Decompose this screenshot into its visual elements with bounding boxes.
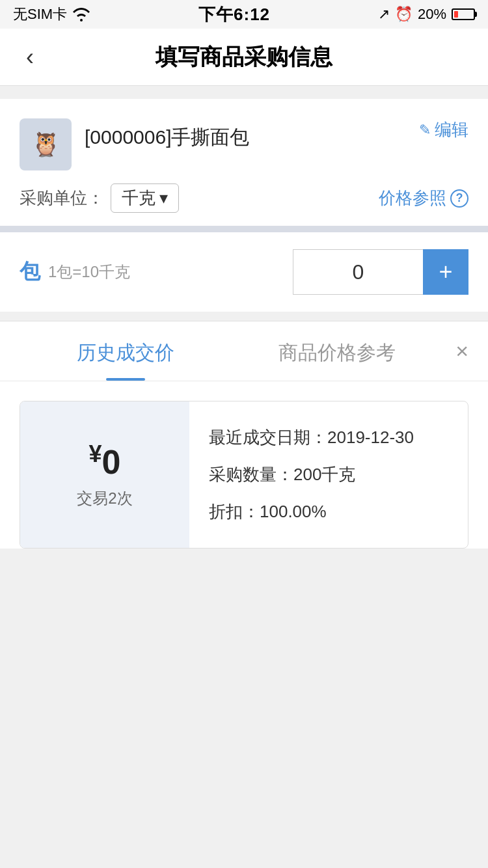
unit-value: 千克 — [122, 187, 156, 210]
tab-history-price[interactable]: 历史成交价 — [20, 321, 231, 381]
bag-label: 包 — [20, 258, 40, 286]
close-button[interactable]: × — [442, 332, 468, 370]
nav-bar: ‹ 填写商品采购信息 — [0, 29, 488, 86]
page-title: 填写商品采购信息 — [156, 42, 332, 72]
main-background — [0, 568, 488, 868]
status-bar: 无SIM卡 下午6:12 ↗ ⏰ 20% — [0, 0, 488, 29]
unit-bag-info: 包 1包=10千克 — [20, 258, 130, 286]
recent-date-line: 最近成交日期：2019-12-30 — [209, 425, 448, 450]
tab2-label: 商品价格参考 — [278, 342, 396, 363]
plus-button[interactable]: + — [423, 249, 468, 295]
section-divider — [0, 226, 488, 232]
history-price-left: ¥0 交易2次 — [20, 401, 189, 548]
quantity-input-group: 0 + — [293, 249, 468, 295]
quantity-value: 0 — [353, 260, 364, 284]
quantity-display[interactable]: 0 — [293, 249, 423, 295]
wifi-icon — [72, 7, 90, 21]
unit-select[interactable]: 千克 ▾ — [111, 183, 179, 213]
unit-arrow-icon: ▾ — [159, 188, 168, 208]
tab1-label: 历史成交价 — [77, 342, 174, 363]
bag-conversion: 1包=10千克 — [48, 262, 130, 282]
product-image-placeholder: 🦉 — [31, 131, 61, 158]
bottom-panel: 历史成交价 商品价格参考 × ¥0 交易2次 最近成交日期：2019-12-30… — [0, 321, 488, 549]
back-button[interactable]: ‹ — [20, 37, 40, 77]
status-time: 下午6:12 — [198, 3, 270, 26]
product-footer: 采购单位： 千克 ▾ 价格参照 ? — [20, 183, 468, 213]
price-ref-button[interactable]: 价格参照 ? — [379, 187, 468, 210]
price-display: ¥0 — [89, 441, 121, 481]
plus-icon: + — [439, 258, 452, 286]
carrier-text: 无SIM卡 — [13, 5, 67, 24]
product-name: [0000006]手撕面包 — [85, 118, 249, 151]
history-price-right: 最近成交日期：2019-12-30 采购数量：200千克 折扣：100.00% — [189, 401, 468, 548]
edit-label: 编辑 — [435, 118, 468, 141]
price-value: 0 — [102, 443, 121, 481]
quantity-row: 包 1包=10千克 0 + — [0, 232, 488, 312]
product-header: 🦉 [0000006]手撕面包 ✎ 编辑 — [20, 118, 468, 170]
unit-row: 采购单位： 千克 ▾ — [20, 183, 179, 213]
tab-active-indicator — [106, 378, 145, 381]
price-ref-label: 价格参照 — [379, 187, 446, 210]
edit-icon: ✎ — [419, 122, 431, 139]
recent-date-label: 最近成交日期： — [209, 427, 327, 447]
trade-count: 交易2次 — [77, 488, 132, 509]
edit-button[interactable]: ✎ 编辑 — [419, 118, 468, 141]
purchase-qty-line: 采购数量：200千克 — [209, 462, 448, 487]
battery-percent: 20% — [418, 6, 446, 23]
alarm-icon: ⏰ — [395, 6, 413, 23]
tabs-row: 历史成交价 商品价格参考 × — [0, 321, 488, 381]
recent-date-value: 2019-12-30 — [327, 427, 414, 447]
discount-label: 折扣： — [209, 502, 260, 521]
unit-label: 采购单位： — [20, 187, 104, 210]
status-right: ↗ ⏰ 20% — [378, 6, 475, 23]
discount-line: 折扣：100.00% — [209, 499, 448, 524]
status-left: 无SIM卡 — [13, 5, 90, 24]
battery-icon — [452, 8, 475, 20]
product-thumbnail: 🦉 — [20, 118, 72, 170]
purchase-qty-value: 200千克 — [293, 465, 355, 484]
purchase-qty-label: 采购数量： — [209, 465, 293, 484]
tab-product-price-ref[interactable]: 商品价格参考 — [231, 321, 442, 381]
location-icon: ↗ — [378, 6, 390, 23]
product-card: 🦉 [0000006]手撕面包 ✎ 编辑 采购单位： 千克 ▾ 价格参照 ? — [0, 99, 488, 226]
help-icon: ? — [450, 189, 468, 208]
history-price-card: ¥0 交易2次 最近成交日期：2019-12-30 采购数量：200千克 折扣：… — [20, 401, 468, 549]
currency-symbol: ¥ — [89, 441, 102, 467]
discount-value: 100.00% — [260, 502, 327, 521]
product-left: 🦉 [0000006]手撕面包 — [20, 118, 249, 170]
